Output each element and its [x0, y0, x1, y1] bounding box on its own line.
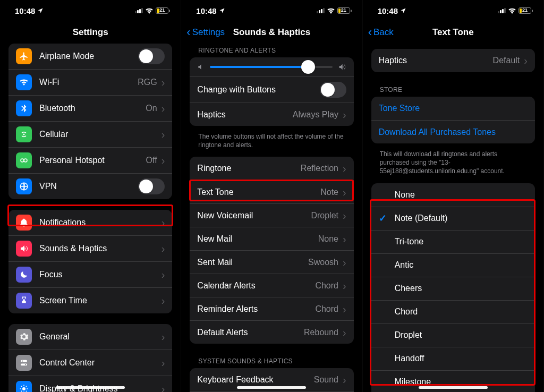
row-sounds-haptics[interactable]: Sounds & Haptics › — [8, 235, 172, 261]
tone-option[interactable]: Chord — [371, 300, 535, 323]
store-group: Tone Store Download All Purchased Tones — [371, 97, 535, 143]
tone-option[interactable]: ✓ Note (Default) — [371, 207, 535, 230]
chevron-right-icon: › — [162, 155, 165, 166]
row-default-alerts[interactable]: Default Alerts Rebound › — [190, 320, 353, 344]
switches-icon — [16, 355, 32, 371]
home-indicator[interactable] — [237, 386, 306, 389]
row-vpn[interactable]: VPN — [8, 173, 172, 199]
row-calendar-alerts[interactable]: Calendar Alerts Chord › — [190, 274, 353, 297]
row-wifi[interactable]: Wi-Fi RGG › — [8, 69, 172, 95]
row-reminder-alerts[interactable]: Reminder Alerts Chord › — [190, 297, 353, 320]
row-haptics[interactable]: Haptics Default › — [371, 49, 535, 72]
row-label: Screen Time — [39, 296, 157, 305]
row-value: RGG — [138, 78, 157, 87]
row-general[interactable]: General › — [8, 324, 172, 350]
chevron-right-icon: › — [162, 331, 165, 342]
row-tone-store[interactable]: Tone Store — [371, 97, 535, 120]
haptics-group: Haptics Default › — [371, 49, 535, 72]
chevron-right-icon: › — [162, 77, 165, 88]
row-label: Personal Hotspot — [39, 156, 146, 165]
moon-icon — [16, 267, 32, 283]
tone-option[interactable]: Tri-tone — [371, 230, 535, 253]
chevron-right-icon: › — [343, 327, 346, 338]
text-tone-screen: 10:48 21 ‹ Back Text Tone Haptics Defaul… — [363, 0, 544, 392]
row-screen-time[interactable]: Screen Time › — [8, 287, 172, 313]
row-ringtone[interactable]: Ringtone Reflection › — [190, 157, 353, 180]
speaker-low-icon — [197, 63, 205, 71]
status-time: 10:48 — [196, 6, 216, 15]
row-value: Swoosh — [308, 258, 338, 267]
row-change-with-buttons[interactable]: Change with Buttons — [190, 76, 353, 103]
chevron-right-icon: › — [343, 257, 346, 268]
row-label: Wi-Fi — [39, 78, 138, 87]
row-label: Text Tone — [197, 188, 320, 197]
row-bluetooth[interactable]: Bluetooth On › — [8, 95, 172, 121]
location-icon — [219, 7, 225, 14]
bell-icon — [16, 215, 32, 231]
speaker-high-icon — [338, 63, 346, 71]
row-value: Chord — [315, 304, 338, 314]
nav-bar: ‹ Back Text Tone — [363, 21, 543, 44]
home-indicator[interactable] — [419, 386, 488, 389]
nav-bar: Settings — [0, 21, 181, 44]
chevron-right-icon: › — [343, 109, 346, 120]
row-display[interactable]: Display & Brightness › — [8, 376, 172, 392]
home-indicator[interactable] — [56, 386, 125, 389]
chevron-right-icon: › — [343, 163, 346, 174]
section-footer: The volume buttons will not affect the v… — [181, 129, 362, 157]
section-header: SYSTEM SOUNDS & HAPTICS — [181, 354, 362, 368]
row-label: New Mail — [197, 234, 318, 244]
tone-option[interactable]: Cheers — [371, 277, 535, 300]
row-notifications[interactable]: Notifications › — [8, 210, 172, 235]
volume-slider-row[interactable] — [190, 57, 353, 76]
row-control-center[interactable]: Control Center › — [8, 350, 172, 376]
back-button[interactable]: ‹ Back — [368, 21, 394, 44]
cellular-icon — [16, 126, 32, 142]
back-button[interactable]: ‹ Settings — [186, 21, 225, 44]
vpn-icon — [16, 178, 32, 194]
row-label: Ringtone — [197, 164, 301, 173]
signal-icon — [498, 8, 506, 13]
settings-group: Airplane Mode Wi-Fi RGG › Bluetooth On › — [8, 44, 172, 199]
row-label: Haptics — [379, 56, 493, 65]
row-label: Focus — [39, 270, 157, 279]
volume-slider[interactable] — [210, 66, 332, 68]
bluetooth-icon — [16, 100, 32, 116]
nav-bar: ‹ Settings Sounds & Haptics — [181, 21, 362, 44]
section-header: RINGTONE AND ALERTS — [181, 44, 362, 57]
toggle[interactable] — [320, 82, 346, 98]
row-label: Note (Default) — [395, 214, 528, 223]
row-download-tones[interactable]: Download All Purchased Tones — [371, 120, 535, 143]
sounds-group: Ringtone Reflection › Text Tone Note › N… — [190, 157, 353, 344]
row-airplane[interactable]: Airplane Mode — [8, 44, 172, 69]
row-focus[interactable]: Focus › — [8, 261, 172, 287]
row-value: Rebound — [304, 328, 338, 337]
section-header: STORE — [363, 83, 543, 97]
chevron-right-icon: › — [162, 295, 165, 306]
chevron-right-icon: › — [343, 210, 346, 221]
row-new-mail[interactable]: New Mail None › — [190, 227, 353, 250]
toggle[interactable] — [138, 48, 165, 64]
row-new-voicemail[interactable]: New Voicemail Droplet › — [190, 203, 353, 227]
tone-option[interactable]: None — [371, 183, 535, 207]
tone-option[interactable]: Antic — [371, 253, 535, 277]
row-haptics[interactable]: Haptics Always Play › — [190, 103, 353, 126]
svg-rect-4 — [21, 364, 27, 366]
row-text-tone[interactable]: Text Tone Note › — [190, 180, 353, 203]
tone-option[interactable]: Droplet — [371, 323, 535, 347]
tone-option[interactable]: Handoff — [371, 347, 535, 370]
check-icon: ✓ — [379, 212, 395, 224]
status-time: 10:48 — [378, 6, 398, 15]
row-hotspot[interactable]: Personal Hotspot Off › — [8, 147, 172, 173]
toggle[interactable] — [138, 178, 165, 194]
svg-point-5 — [22, 361, 23, 362]
row-cellular[interactable]: Cellular › — [8, 121, 172, 147]
chevron-right-icon: › — [343, 304, 346, 314]
row-label: New Voicemail — [197, 211, 311, 220]
signal-icon — [135, 8, 143, 13]
volume-group: Change with Buttons Haptics Always Play … — [190, 57, 353, 126]
status-bar: 10:48 21 — [0, 0, 181, 21]
row-sent-mail[interactable]: Sent Mail Swoosh › — [190, 250, 353, 274]
settings-group: Notifications › Sounds & Haptics › Focus… — [8, 210, 172, 313]
row-label: None — [395, 190, 528, 200]
